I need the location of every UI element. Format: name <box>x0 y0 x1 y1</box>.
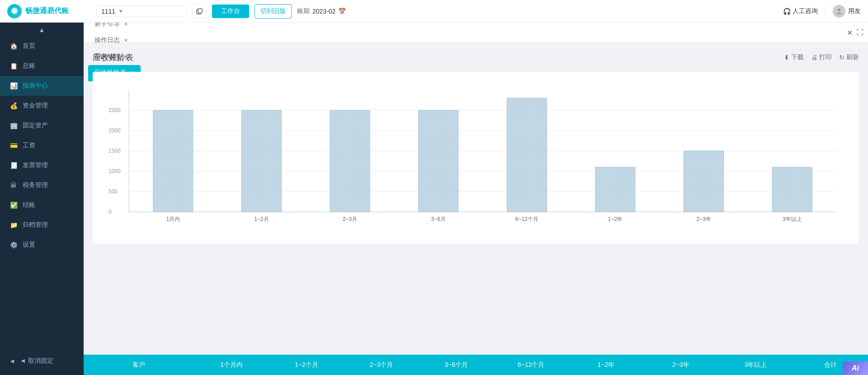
sidebar-label-report: 报表中心 <box>23 82 48 90</box>
toolbar: ⬇ 下载 🖨 打印 ↻ 刷新 <box>784 53 859 61</box>
avatar <box>833 5 845 18</box>
table-header-1个月内: 1个月内 <box>194 361 269 369</box>
content-area: 首页畅会员✕新手引导✕操作日志✕期末结转✕应收账龄表✕ ✕ ⛶ 应收账龄表 ⬇ … <box>84 23 868 375</box>
archive-icon: 📁 <box>9 220 18 230</box>
settings-icon: ⚙️ <box>9 240 18 249</box>
sidebar-item-asset[interactable]: 🏢 固定资产 <box>0 116 84 136</box>
app-container: 畅捷通易代账 1111 ▼ 工作台 切到旧版 账期 2023-02 📅 🎧 人工… <box>0 0 868 375</box>
sidebar-item-invoice[interactable]: 🧾 发票管理 <box>0 155 84 175</box>
logo: 畅捷通易代账 <box>7 4 91 19</box>
consult-label: 人工咨询 <box>793 7 818 15</box>
sidebar-item-settle[interactable]: ✅ 结账 <box>0 195 84 215</box>
switch-version-button[interactable]: 切到旧版 <box>255 4 292 19</box>
sidebar-label-home: 首页 <box>23 42 35 50</box>
company-selector[interactable]: 1111 ▼ <box>96 5 187 17</box>
svg-point-2 <box>838 9 840 11</box>
sidebar-item-report[interactable]: 📊 报表中心 <box>0 76 84 96</box>
cancel-pin-label: ◄ 取消固定 <box>20 357 53 365</box>
calendar-icon[interactable]: 📅 <box>338 8 346 15</box>
ai-badge: Ai <box>843 361 868 375</box>
sidebar-label-ledger: 总账 <box>23 62 35 70</box>
table-header: 客户1个月内1~2个月2~3个月3~6个月6~12个月1~2年2~3年3年以上合… <box>84 355 868 375</box>
sidebar-item-cancel-pin[interactable]: ◄ ◄ 取消固定 <box>0 352 84 370</box>
sidebar-label-tax: 税务管理 <box>23 181 48 189</box>
table-header-1~2年: 1~2年 <box>569 361 644 369</box>
user-info[interactable]: 用友 <box>833 5 861 18</box>
refresh-button[interactable]: ↻ 刷新 <box>839 53 859 61</box>
period-label: 账期 <box>297 7 310 15</box>
table-header-2~3年: 2~3年 <box>643 361 718 369</box>
divider <box>825 7 826 16</box>
fund-icon: 💰 <box>9 101 18 110</box>
tab-close-guide[interactable]: ✕ <box>124 23 128 27</box>
sidebar-label-settings: 设置 <box>23 241 35 249</box>
main-area: ▲ 🏠 首页 📋 总账 📊 报表中心 💰 资金管理 🏢 固定资产 💳 工资 🧾 … <box>0 23 868 375</box>
tax-icon: 🏛 <box>9 181 18 190</box>
print-label: 打印 <box>819 53 832 61</box>
sidebar-label-fund: 资金管理 <box>23 102 48 110</box>
table-header-3~6个月: 3~6个月 <box>419 361 494 369</box>
invoice-icon: 🧾 <box>9 161 18 170</box>
table-header-2~3个月: 2~3个月 <box>344 361 419 369</box>
cancel-pin-icon: ◄ <box>9 357 15 365</box>
sidebar-scroll-up[interactable]: ▲ <box>0 23 84 36</box>
table-header-客户: 客户 <box>84 361 194 369</box>
sidebar-nav: 🏠 首页 📋 总账 📊 报表中心 💰 资金管理 🏢 固定资产 💳 工资 🧾 发票… <box>0 36 84 255</box>
chart-container <box>93 72 859 244</box>
headset-icon: 🎧 <box>783 8 791 15</box>
maximize-window-button[interactable]: ⛶ <box>856 28 863 37</box>
chart-wrapper <box>102 81 850 234</box>
tab-close-aging[interactable]: ✕ <box>130 70 134 76</box>
chevron-down-icon: ▼ <box>118 8 123 14</box>
copy-button[interactable] <box>192 4 207 19</box>
sidebar-item-tax[interactable]: 🏛 税务管理 <box>0 175 84 195</box>
print-icon: 🖨 <box>811 54 817 61</box>
tab-close-period-end[interactable]: ✕ <box>124 54 128 60</box>
home-icon: 🏠 <box>9 42 18 51</box>
bar-chart <box>102 81 850 234</box>
sidebar-label-archive: 归档管理 <box>23 221 48 229</box>
tab-guide[interactable]: 新手引导✕ <box>88 23 141 33</box>
workbench-button[interactable]: 工作台 <box>212 5 249 18</box>
sidebar-label-invoice: 发票管理 <box>23 161 48 169</box>
payroll-icon: 💳 <box>9 141 18 150</box>
ai-label: Ai <box>852 364 859 372</box>
sidebar-label-payroll: 工资 <box>23 141 35 150</box>
sidebar-item-ledger[interactable]: 📋 总账 <box>0 56 84 76</box>
period-value: 2023-02 <box>312 8 335 15</box>
top-right-actions: 🎧 人工咨询 用友 <box>783 5 861 18</box>
sidebar-item-archive[interactable]: 📁 归档管理 <box>0 215 84 235</box>
sidebar-label-asset: 固定资产 <box>23 122 48 130</box>
table-header-1~2个月: 1~2个月 <box>269 361 344 369</box>
asset-icon: 🏢 <box>9 121 18 130</box>
consult-button[interactable]: 🎧 人工咨询 <box>783 7 818 15</box>
period-info: 账期 2023-02 📅 <box>297 7 346 15</box>
tab-window-actions: ✕ ⛶ <box>847 28 863 37</box>
tab-close-log[interactable]: ✕ <box>124 38 128 43</box>
tab-label-guide: 新手引导 <box>94 23 120 28</box>
sidebar-item-payroll[interactable]: 💳 工资 <box>0 136 84 155</box>
sidebar-item-home[interactable]: 🏠 首页 <box>0 36 84 56</box>
table-header-3年以上: 3年以上 <box>718 361 793 369</box>
settle-icon: ✅ <box>9 201 18 210</box>
close-window-button[interactable]: ✕ <box>847 28 853 37</box>
print-button[interactable]: 🖨 打印 <box>811 53 832 61</box>
company-name: 1111 <box>101 8 115 15</box>
svg-rect-1 <box>198 9 202 13</box>
sidebar-item-settings[interactable]: ⚙️ 设置 <box>0 235 84 255</box>
sidebar-bottom: ◄ ◄ 取消固定 <box>0 347 84 375</box>
table-header-6~12个月: 6~12个月 <box>494 361 569 369</box>
report-icon: 📊 <box>9 81 18 90</box>
ledger-icon: 📋 <box>9 61 18 70</box>
refresh-label: 刷新 <box>846 53 859 61</box>
sidebar-item-fund[interactable]: 💰 资金管理 <box>0 96 84 116</box>
sidebar: ▲ 🏠 首页 📋 总账 📊 报表中心 💰 资金管理 🏢 固定资产 💳 工资 🧾 … <box>0 23 84 375</box>
page-header: 应收账龄表 ⬇ 下载 🖨 打印 ↻ 刷新 <box>93 52 859 63</box>
download-icon: ⬇ <box>784 54 789 61</box>
top-bar: 畅捷通易代账 1111 ▼ 工作台 切到旧版 账期 2023-02 📅 🎧 人工… <box>0 0 868 23</box>
download-button[interactable]: ⬇ 下载 <box>784 53 804 61</box>
download-label: 下载 <box>791 53 804 61</box>
logo-text: 畅捷通易代账 <box>25 6 69 16</box>
page-content: 应收账龄表 ⬇ 下载 🖨 打印 ↻ 刷新 <box>84 43 868 355</box>
refresh-icon: ↻ <box>839 54 844 61</box>
